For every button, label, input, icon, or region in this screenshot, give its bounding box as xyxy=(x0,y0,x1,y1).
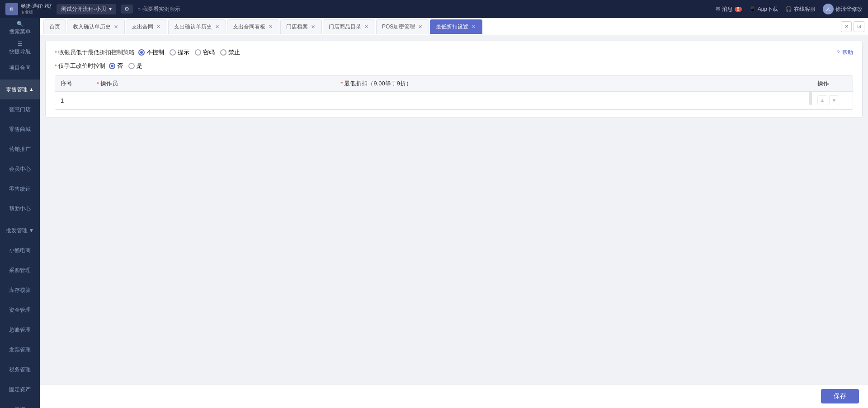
tab-income-confirm[interactable]: 收入确认单历史 ✕ xyxy=(67,19,125,34)
avatar: 人 xyxy=(823,4,834,14)
sidebar-item-invoice-mgmt[interactable]: 发票管理 xyxy=(0,340,40,360)
tab-close-store-file[interactable]: ✕ xyxy=(310,23,316,30)
sidebar-item-finance-mgmt[interactable]: 资金管理 xyxy=(0,300,40,320)
sidebar-item-inventory[interactable]: 库存核算 xyxy=(0,280,40,300)
project-selector[interactable]: 测试分开流程-小贝 ▾ xyxy=(57,4,116,14)
tab-min-discount[interactable]: 最低折扣设置 ✕ xyxy=(430,19,482,34)
tab-close-min-discount[interactable]: ✕ xyxy=(471,23,476,30)
sidebar: 🔍 搜索菜单 ☰ 快捷导航 项目合同 零售管理 ▲ 智慧门店 零售商城 营销推广… xyxy=(0,18,40,408)
policy-label: * 收银员低于最低折扣控制策略 xyxy=(55,48,135,56)
tab-payment-board[interactable]: 支出合同看板 ✕ xyxy=(227,19,279,34)
sidebar-item-project-contract[interactable]: 项目合同 xyxy=(0,58,40,78)
help-link[interactable]: ？ 帮助 xyxy=(835,49,853,56)
table-row: 1 ▲ ▼ xyxy=(55,92,853,109)
search-icon: 🔍 xyxy=(17,20,24,28)
move-down-btn[interactable]: ▼ xyxy=(829,95,839,105)
tab-close-pos-password[interactable]: ✕ xyxy=(417,23,423,30)
save-bar: 保存 xyxy=(40,384,868,408)
logo-area: 财 畅捷·通好业财 专业版 xyxy=(5,3,52,15)
gear-icon: ⚙ xyxy=(124,6,129,12)
tab-close-all-btn[interactable]: ✕ xyxy=(841,21,852,32)
user-menu-btn[interactable]: 人 徐泽华修改 xyxy=(823,4,863,14)
radio-circle-manual-yes xyxy=(128,63,135,69)
tab-expand-btn[interactable]: ⊡ xyxy=(854,21,864,32)
radio-password[interactable]: 密码 xyxy=(195,48,215,56)
sidebar-item-wholesale-mgmt[interactable]: 批发管理 ▼ xyxy=(0,220,40,240)
sidebar-item-member-center[interactable]: 会员中心 xyxy=(0,159,40,179)
tab-store-products[interactable]: 门店商品目录 ✕ xyxy=(323,19,375,34)
chevron-down-icon: ▾ xyxy=(109,6,112,12)
policy-radio-group: 不控制 提示 密码 禁止 xyxy=(138,48,240,56)
tab-close-payment-board[interactable]: ✕ xyxy=(268,23,274,30)
radio-hint[interactable]: 提示 xyxy=(170,48,189,56)
sidebar-item-search[interactable]: 🔍 搜索菜单 xyxy=(0,18,40,38)
message-btn[interactable]: ✉ 消息 8 xyxy=(716,5,742,13)
radio-circle-forbid xyxy=(220,49,226,56)
sidebar-item-help-center[interactable]: 帮助中心 xyxy=(0,199,40,219)
logo-text: 畅捷·通好业财 专业版 xyxy=(21,3,52,15)
th-discount: * 最低折扣（9.00等于9折） xyxy=(335,76,812,91)
required-mark-2: * xyxy=(55,63,57,70)
table-header: 序号 * 操作员 * 最低折扣（9.00等于9折） 操作 xyxy=(55,76,853,92)
radio-manual-yes[interactable]: 是 xyxy=(128,62,142,70)
sidebar-item-retail-stats[interactable]: 零售统计 xyxy=(0,179,40,199)
td-action-1: ▲ ▼ xyxy=(812,92,853,109)
sidebar-item-retail-mall[interactable]: 零售商城 xyxy=(0,119,40,139)
td-discount-1 xyxy=(335,92,812,109)
manual-price-label: * 仅手工改价时控制 xyxy=(55,62,105,70)
topbar-right: ✉ 消息 8 📱 App下载 🎧 在线客服 人 徐泽华修改 xyxy=(716,4,863,14)
table-scrollbar[interactable] xyxy=(809,92,812,105)
manual-price-radio-group: 否 是 xyxy=(109,62,142,70)
tab-close-income-confirm[interactable]: ✕ xyxy=(113,23,119,30)
sidebar-item-retail-mgmt[interactable]: 零售管理 ▲ xyxy=(0,80,40,99)
radio-circle-password xyxy=(195,49,201,56)
tab-pos-password[interactable]: POS加密管理 ✕ xyxy=(376,19,429,34)
logo-icon: 财 xyxy=(5,3,18,15)
radio-no-control[interactable]: 不控制 xyxy=(138,48,164,56)
content-area: 首页 收入确认单历史 ✕ 支出合同 ✕ 支出确认单历史 ✕ 支出合同看板 ✕ 门… xyxy=(40,18,868,408)
demo-icon: ○ xyxy=(137,6,141,12)
tab-close-payment-contract[interactable]: ✕ xyxy=(156,23,161,30)
tab-close-payment-confirm[interactable]: ✕ xyxy=(214,23,220,30)
tab-home[interactable]: 首页 xyxy=(43,19,66,34)
radio-circle-hint xyxy=(170,49,176,56)
discount-table: 序号 * 操作员 * 最低折扣（9.00等于9折） 操作 xyxy=(55,75,853,110)
sidebar-item-quick-nav[interactable]: ☰ 快捷导航 xyxy=(0,38,40,58)
radio-circle-no-control xyxy=(138,49,145,56)
sidebar-item-ecommerce[interactable]: 小畅电商 xyxy=(0,240,40,260)
radio-manual-no[interactable]: 否 xyxy=(109,62,123,70)
tab-store-file[interactable]: 门店档案 ✕ xyxy=(280,19,322,34)
chevron-down-icon: ▼ xyxy=(29,227,34,234)
demo-link[interactable]: ○ 我要看实例演示 xyxy=(137,5,180,13)
sidebar-item-ledger-mgmt[interactable]: 总账管理 xyxy=(0,320,40,340)
radio-circle-manual-no xyxy=(109,63,115,69)
th-operator: * 操作员 xyxy=(91,76,335,91)
customer-service-btn[interactable]: 🎧 在线客服 xyxy=(785,5,816,13)
message-badge: 8 xyxy=(735,7,742,12)
download-icon: 📱 xyxy=(749,6,756,12)
sidebar-item-fixed-assets[interactable]: 固定资产 xyxy=(0,380,40,399)
message-icon: ✉ xyxy=(716,6,720,12)
td-seq-1: 1 xyxy=(55,92,91,109)
settings-btn[interactable]: ⚙ xyxy=(121,5,133,14)
move-up-btn[interactable]: ▲ xyxy=(817,95,827,105)
sidebar-item-marketing[interactable]: 营销推广 xyxy=(0,139,40,159)
sidebar-item-purchase-mgmt[interactable]: 采购管理 xyxy=(0,260,40,280)
sidebar-item-smart-store[interactable]: 智慧门店 xyxy=(0,99,40,119)
topbar-left: 财 畅捷·通好业财 专业版 测试分开流程-小贝 ▾ ⚙ ○ 我要看实例演示 xyxy=(5,3,180,15)
radio-forbid[interactable]: 禁止 xyxy=(220,48,240,56)
tab-close-store-products[interactable]: ✕ xyxy=(363,23,369,30)
sidebar-item-payroll[interactable]: 工资 xyxy=(0,399,40,408)
policy-row: * 收银员低于最低折扣控制策略 不控制 提示 xyxy=(55,48,853,56)
td-operator-1 xyxy=(91,92,335,109)
manual-price-row: * 仅手工改价时控制 否 是 xyxy=(55,62,853,70)
tab-payment-confirm[interactable]: 支出确认单历史 ✕ xyxy=(168,19,226,34)
tab-payment-contract[interactable]: 支出合同 ✕ xyxy=(126,19,167,34)
main-layout: 🔍 搜索菜单 ☰ 快捷导航 项目合同 零售管理 ▲ 智慧门店 零售商城 营销推广… xyxy=(0,18,868,408)
question-icon: ？ xyxy=(835,49,841,56)
sidebar-item-tax-mgmt[interactable]: 税务管理 xyxy=(0,360,40,380)
settings-card: * 收银员低于最低折扣控制策略 不控制 提示 xyxy=(45,41,863,117)
tab-bar: 首页 收入确认单历史 ✕ 支出合同 ✕ 支出确认单历史 ✕ 支出合同看板 ✕ 门… xyxy=(40,18,868,35)
save-button[interactable]: 保存 xyxy=(821,389,859,403)
app-download-btn[interactable]: 📱 App下载 xyxy=(749,5,778,13)
